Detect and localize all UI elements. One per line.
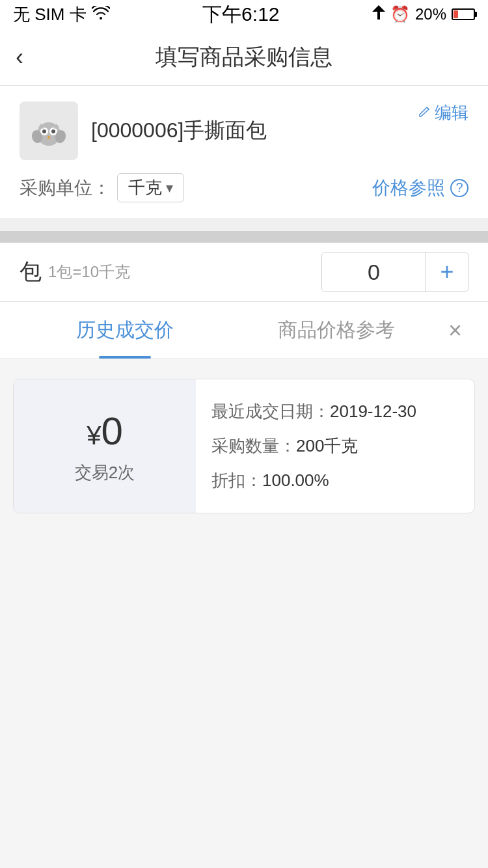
alarm-icon: ⏰ <box>390 5 410 23</box>
status-right: ⏰ 20% <box>372 5 475 23</box>
dropdown-arrow-icon: ▾ <box>166 180 173 197</box>
unit-label-text: 采购单位： <box>20 176 111 200</box>
price-amount: ¥0 <box>87 409 123 454</box>
quantity-controls: + <box>321 252 468 292</box>
discount-value: 100.00% <box>262 470 329 490</box>
recent-date-label: 最近成交日期： <box>211 401 330 421</box>
price-value: 0 <box>101 409 122 453</box>
tab-product-price-ref-label: 商品价格参考 <box>278 317 395 344</box>
edit-button[interactable]: 编辑 <box>418 102 468 124</box>
tab-product-price-ref[interactable]: 商品价格参考 <box>230 302 441 359</box>
content-area: ¥0 交易2次 最近成交日期：2019-12-30 采购数量：200千克 折扣：… <box>0 359 488 533</box>
time-display: 下午6:12 <box>202 1 279 28</box>
quantity-row: 包 1包=10千克 + <box>0 243 488 301</box>
price-card-right: 最近成交日期：2019-12-30 采购数量：200千克 折扣：100.00% <box>196 379 474 513</box>
price-transactions: 交易2次 <box>75 461 135 484</box>
product-header: [0000006]手撕面包 编辑 <box>20 102 468 160</box>
price-ref-label: 价格参照 <box>372 176 445 200</box>
product-info-left: [0000006]手撕面包 <box>20 102 267 160</box>
page-title: 填写商品采购信息 <box>156 42 332 72</box>
tab-container: 历史成交价 商品价格参考 × <box>0 301 488 359</box>
tab-history-price[interactable]: 历史成交价 <box>20 302 230 359</box>
quantity-plus-button[interactable]: + <box>426 252 468 292</box>
discount-row: 折扣：100.00% <box>211 468 459 493</box>
battery-percent: 20% <box>415 5 446 23</box>
unit-label: 采购单位： 千克 ▾ <box>20 173 184 202</box>
status-left: 无 SIM 卡 <box>13 3 110 26</box>
help-text: ? <box>455 180 463 195</box>
product-unit-row: 采购单位： 千克 ▾ 价格参照 ? <box>20 173 468 202</box>
close-button[interactable]: × <box>442 312 468 349</box>
recent-date-value: 2019-12-30 <box>330 401 416 421</box>
quantity-detail-value: 200千克 <box>296 436 358 455</box>
bottom-area <box>0 533 488 868</box>
status-bar: 无 SIM 卡 下午6:12 ⏰ 20% <box>0 0 488 29</box>
quantity-conversion: 1包=10千克 <box>48 262 130 282</box>
battery-indicator <box>452 8 475 20</box>
quantity-input[interactable] <box>322 252 426 292</box>
tab-bar: 历史成交价 商品价格参考 × <box>0 302 488 359</box>
unit-value: 千克 <box>128 176 162 199</box>
recent-date-row: 最近成交日期：2019-12-30 <box>211 399 459 424</box>
price-card: ¥0 交易2次 最近成交日期：2019-12-30 采购数量：200千克 折扣：… <box>13 379 475 513</box>
wifi-icon <box>92 5 110 25</box>
unit-select[interactable]: 千克 ▾ <box>117 173 184 202</box>
section-divider <box>0 231 488 243</box>
product-avatar <box>20 102 78 160</box>
product-name: [0000006]手撕面包 <box>91 116 267 145</box>
help-icon: ? <box>450 179 468 197</box>
quantity-detail-label: 采购数量： <box>211 436 296 455</box>
edit-icon <box>418 104 432 122</box>
price-ref-button[interactable]: 价格参照 ? <box>372 176 468 200</box>
location-icon <box>372 5 385 23</box>
quantity-row-detail: 采购数量：200千克 <box>211 433 459 459</box>
nav-bar: ‹ 填写商品采购信息 <box>0 29 488 86</box>
sim-status: 无 SIM 卡 <box>13 3 87 26</box>
tab-history-price-label: 历史成交价 <box>76 317 174 344</box>
price-card-left: ¥0 交易2次 <box>14 379 196 513</box>
svg-point-4 <box>51 129 55 133</box>
edit-label: 编辑 <box>435 102 468 124</box>
discount-label: 折扣： <box>211 470 262 490</box>
svg-point-3 <box>42 129 46 133</box>
quantity-label: 包 1包=10千克 <box>20 257 130 287</box>
back-button[interactable]: ‹ <box>16 44 23 71</box>
currency-symbol: ¥ <box>87 421 101 450</box>
product-section: [0000006]手撕面包 编辑 采购单位： 千克 ▾ 价格参照 ? <box>0 86 488 218</box>
quantity-unit-name: 包 <box>20 257 42 287</box>
